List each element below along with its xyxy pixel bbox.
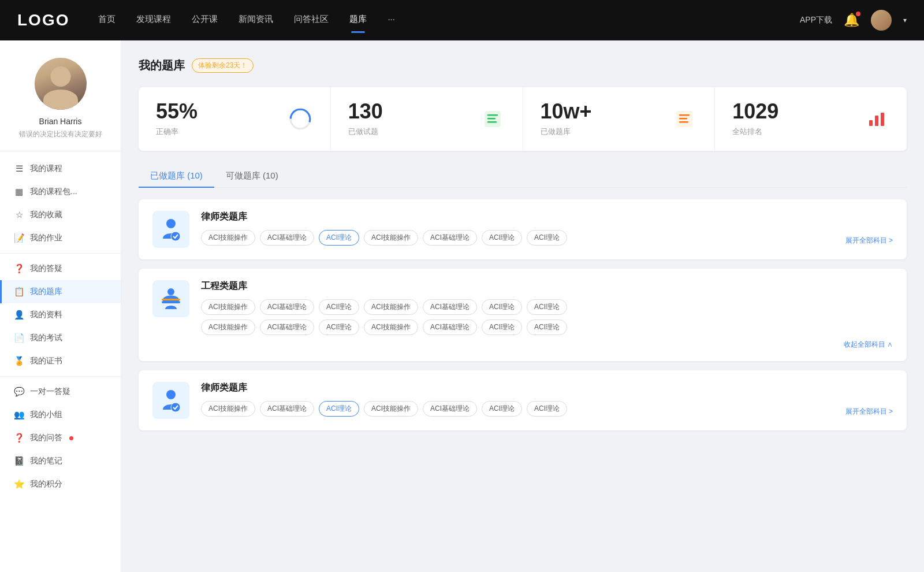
expand-link-1[interactable]: 展开全部科目 > — [845, 236, 893, 246]
lawyer-svg-2 — [157, 387, 185, 414]
question-icon: ❓ — [14, 433, 24, 443]
nav-news[interactable]: 新闻资讯 — [239, 14, 273, 27]
avatar[interactable] — [871, 10, 892, 31]
package-icon: ▦ — [14, 187, 24, 197]
svg-rect-4 — [487, 118, 495, 120]
notes-icon: 📓 — [14, 456, 24, 466]
sidebar-item-my-questions[interactable]: ❓ 我的问答 — [0, 426, 121, 450]
nav-more[interactable]: ··· — [388, 14, 395, 27]
bank-card-engineer-header: 工程类题库 ACI技能操作 ACI基础理论 ACI理论 ACI技能操作 ACI基… — [152, 280, 893, 350]
questions-icon — [480, 106, 505, 132]
sidebar-item-my-notes[interactable]: 📓 我的笔记 — [0, 450, 121, 473]
main-layout: Brian Harris 错误的决定比没有决定要好 ☰ 我的课程 ▦ 我的课程包… — [0, 40, 924, 572]
sidebar-item-my-qa[interactable]: ❓ 我的答疑 — [0, 257, 121, 280]
tag-2-r1-5[interactable]: ACI理论 — [482, 299, 522, 315]
tag-2-r1-6[interactable]: ACI理论 — [527, 299, 567, 315]
bank-icon: 📋 — [14, 287, 24, 297]
tab-done-banks[interactable]: 已做题库 (10) — [139, 165, 214, 187]
tag-1-5[interactable]: ACI理论 — [482, 230, 522, 246]
sidebar-item-favorites[interactable]: ☆ 我的收藏 — [0, 203, 121, 226]
tag-2-r2-5[interactable]: ACI理论 — [482, 320, 522, 335]
expand-link-3[interactable]: 展开全部科目 > — [845, 407, 893, 417]
avatar-dropdown-arrow[interactable]: ▾ — [903, 16, 907, 24]
sidebar-item-my-profile[interactable]: 👤 我的资料 — [0, 303, 121, 326]
tag-3-5[interactable]: ACI理论 — [482, 401, 522, 417]
tag-list-lawyer-1: ACI技能操作 ACI基础理论 ACI理论 ACI技能操作 ACI基础理论 AC… — [201, 230, 893, 246]
sidebar-item-my-points[interactable]: ⭐ 我的积分 — [0, 473, 121, 496]
sidebar-item-my-bank[interactable]: 📋 我的题库 — [0, 280, 121, 303]
tag-1-3[interactable]: ACI技能操作 — [364, 230, 418, 246]
sidebar-item-my-exam[interactable]: 📄 我的考试 — [0, 326, 121, 350]
tag-2-r2-1[interactable]: ACI基础理论 — [260, 320, 314, 335]
tabs-row: 已做题库 (10) 可做题库 (10) — [139, 165, 907, 188]
svg-point-14 — [171, 232, 180, 241]
tag-1-0[interactable]: ACI技能操作 — [201, 230, 255, 246]
stat-rank-label: 全站排名 — [732, 127, 864, 137]
svg-point-19 — [171, 403, 180, 412]
nav-discover[interactable]: 发现课程 — [136, 14, 171, 27]
bank-card-lawyer-1-header: 律师类题库 ACI技能操作 ACI基础理论 ACI理论 ACI技能操作 ACI基… — [152, 211, 893, 248]
profile-icon: 👤 — [14, 310, 24, 320]
tag-3-0[interactable]: ACI技能操作 — [201, 401, 255, 417]
tag-2-r1-4[interactable]: ACI基础理论 — [423, 299, 477, 315]
navbar: LOGO 首页 发现课程 公开课 新闻资讯 问答社区 题库 ··· APP下载 … — [0, 0, 924, 40]
tag-2-r2-4[interactable]: ACI基础理论 — [423, 320, 477, 335]
app-download-link[interactable]: APP下载 — [800, 15, 832, 25]
tag-2-r2-0[interactable]: ACI技能操作 — [201, 320, 255, 335]
sidebar-item-my-group[interactable]: 👥 我的小组 — [0, 403, 121, 426]
stat-questions-label: 已做试题 — [348, 127, 480, 137]
tag-2-r1-1[interactable]: ACI基础理论 — [260, 299, 314, 315]
svg-rect-15 — [162, 301, 180, 303]
tag-3-2[interactable]: ACI理论 — [319, 401, 359, 417]
sidebar: Brian Harris 错误的决定比没有决定要好 ☰ 我的课程 ▦ 我的课程包… — [0, 40, 121, 572]
tag-2-r2-2[interactable]: ACI理论 — [319, 320, 359, 335]
tag-1-1[interactable]: ACI基础理论 — [260, 230, 314, 246]
tag-1-6[interactable]: ACI理论 — [527, 230, 567, 246]
accuracy-icon — [288, 106, 313, 132]
trial-badge: 体验剩余23天！ — [192, 58, 254, 73]
engineer-svg — [157, 285, 185, 313]
stat-accuracy: 55% 正确率 — [139, 87, 331, 151]
tag-3-1[interactable]: ACI基础理论 — [260, 401, 314, 417]
tag-3-6[interactable]: ACI理论 — [527, 401, 567, 417]
sidebar-item-homework[interactable]: 📝 我的作业 — [0, 226, 121, 250]
tag-2-r2-6[interactable]: ACI理论 — [527, 320, 567, 335]
sidebar-motto: 错误的决定比没有决定要好 — [19, 129, 102, 139]
qa-icon: ❓ — [14, 263, 24, 274]
question-red-dot — [69, 436, 73, 440]
banks-icon — [672, 106, 697, 132]
bank-card-engineer-title: 工程类题库 — [201, 280, 893, 292]
svg-rect-5 — [487, 121, 497, 123]
exam-icon: 📄 — [14, 333, 24, 343]
logo: LOGO — [17, 11, 69, 29]
sidebar-item-one-on-one[interactable]: 💬 一对一答疑 — [0, 380, 121, 403]
nav-public[interactable]: 公开课 — [192, 14, 218, 27]
sidebar-item-my-course[interactable]: ☰ 我的课程 — [0, 157, 121, 180]
bank-card-lawyer-1-body: 律师类题库 ACI技能操作 ACI基础理论 ACI理论 ACI技能操作 ACI基… — [201, 211, 893, 246]
nav-qa[interactable]: 问答社区 — [294, 14, 329, 27]
tab-available-banks[interactable]: 可做题库 (10) — [214, 165, 290, 187]
nav-bank[interactable]: 题库 — [349, 14, 367, 27]
engineer-icon — [152, 280, 189, 317]
tag-2-r1-3[interactable]: ACI技能操作 — [364, 299, 418, 315]
tag-2-r1-2[interactable]: ACI理论 — [319, 299, 359, 315]
tag-3-3[interactable]: ACI技能操作 — [364, 401, 418, 417]
group-icon: 👥 — [14, 410, 24, 420]
tag-3-4[interactable]: ACI基础理论 — [423, 401, 477, 417]
tag-2-r2-3[interactable]: ACI技能操作 — [364, 320, 418, 335]
nav-home[interactable]: 首页 — [98, 14, 116, 27]
sidebar-item-certificate[interactable]: 🏅 我的证书 — [0, 350, 121, 373]
svg-rect-17 — [162, 299, 180, 300]
bank-card-lawyer-2-title: 律师类题库 — [201, 382, 893, 394]
tag-2-r1-0[interactable]: ACI技能操作 — [201, 299, 255, 315]
stat-banks: 10w+ 已做题库 — [523, 87, 716, 151]
tag-1-2[interactable]: ACI理论 — [319, 230, 359, 246]
course-icon: ☰ — [14, 164, 24, 174]
bank-card-lawyer-2-header: 律师类题库 ACI技能操作 ACI基础理论 ACI理论 ACI技能操作 ACI基… — [152, 382, 893, 419]
tag-1-4[interactable]: ACI基础理论 — [423, 230, 477, 246]
sidebar-divider-2 — [0, 376, 121, 377]
pie-chart-svg — [289, 108, 311, 130]
collapse-link[interactable]: 收起全部科目 ∧ — [844, 340, 893, 350]
notification-bell[interactable]: 🔔 — [844, 13, 859, 28]
sidebar-item-course-package[interactable]: ▦ 我的课程包... — [0, 180, 121, 203]
